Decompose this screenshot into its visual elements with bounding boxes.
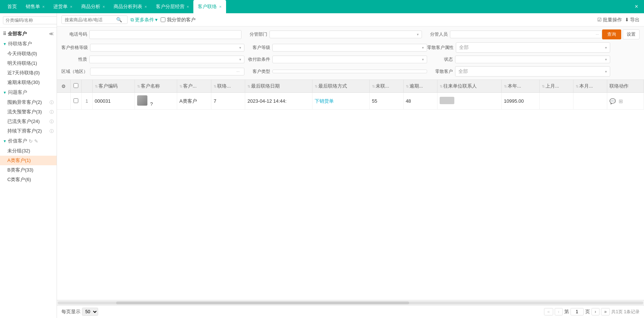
col-this-year-label: 本年...	[508, 83, 521, 89]
col-code-label: 客户编码	[99, 83, 118, 89]
payment-label: 收付款条件	[244, 56, 270, 63]
sidebar-section-problem[interactable]: ▼ 问题客户	[0, 87, 57, 98]
sidebar-item-ungrouped[interactable]: 未分组(32)	[0, 146, 57, 156]
col-name[interactable]: ⇅客户名称	[135, 80, 177, 93]
col-num	[81, 80, 92, 93]
setting-btn[interactable]: 设置	[623, 29, 640, 39]
nav-tab-customer-tier[interactable]: 客户分层经营 ×	[151, 0, 193, 13]
sidebar-item-hoarding[interactable]: 囤购异常客户(2) ⓘ	[0, 98, 57, 107]
col-contact[interactable]: ⇅联络...	[211, 80, 245, 93]
sidebar-item-declining[interactable]: 持续下滑客户(2) ⓘ	[0, 126, 57, 136]
nature-chevron-icon: ▾	[239, 57, 241, 61]
nav-tab-sales[interactable]: 销售单 ×	[21, 0, 49, 13]
phone-input[interactable]	[89, 30, 242, 39]
sidebar-item-today[interactable]: 今天待联络(0)	[0, 49, 57, 59]
nav-tab-home[interactable]: 首页	[3, 0, 21, 13]
payment-select[interactable]: ▾	[272, 56, 427, 63]
horizontal-scrollbar[interactable]	[57, 300, 644, 305]
filter-search-input[interactable]	[65, 17, 116, 22]
col-this-year[interactable]: ⇅本年...	[501, 80, 539, 93]
nav-tab-customer-contact[interactable]: 客户联络 ×	[193, 0, 226, 13]
region-select[interactable]: ···	[90, 68, 244, 75]
sidebar-search-input[interactable]	[3, 16, 57, 24]
close-all-tabs-icon[interactable]: ×	[632, 3, 641, 10]
sidebar-item-class-c[interactable]: C类客户(6)	[0, 175, 57, 184]
sidebar-header-label: 全部客户	[8, 31, 27, 37]
row-last-month-cell	[540, 93, 573, 110]
dept-select[interactable]: ▾	[269, 31, 422, 38]
dept-chevron-icon: ▾	[417, 32, 419, 36]
next-page-btn[interactable]: ›	[591, 308, 600, 315]
sidebar-item-7days-label: 近7天待联络(0)	[7, 70, 40, 76]
page-number-input[interactable]	[570, 308, 584, 315]
sidebar-item-churn-warning[interactable]: 流失预警客户(3) ⓘ	[0, 107, 57, 117]
col-last-contact-method[interactable]: ⇅最后联络方式	[312, 80, 369, 93]
close-purchase-tab-icon[interactable]: ×	[70, 4, 72, 9]
close-sales-tab-icon[interactable]: ×	[42, 4, 44, 9]
qr-action-icon[interactable]: ⊞	[619, 98, 623, 104]
sidebar-section-pending[interactable]: ▼ 待联络客户	[0, 39, 57, 49]
filter-action-btns: 查询 设置	[602, 29, 640, 39]
col-last-contact-date-label: 最后联络日期	[251, 83, 280, 89]
filter-search-icon[interactable]: 🔍	[116, 17, 122, 22]
more-filters-btn[interactable]: ⧉ 更多条件 ▾	[130, 17, 158, 23]
my-customers-filter[interactable]: 我分管的客户	[161, 17, 196, 23]
nav-tab-product-analysis[interactable]: 商品分析 ×	[77, 0, 109, 13]
retail-attr-select[interactable]: 全部 ▾	[456, 42, 610, 53]
refresh-icon[interactable]: ↻	[29, 138, 33, 144]
scroll-thumb[interactable]	[116, 301, 409, 304]
col-last-month[interactable]: ⇅上月...	[540, 80, 573, 93]
per-page-select[interactable]: 50	[82, 308, 98, 316]
row-contact: 7	[214, 98, 216, 104]
person-select[interactable]: ···	[450, 31, 602, 38]
filter-cell-region: 区域（地区） ···	[61, 68, 244, 75]
col-last-contact-date[interactable]: ⇅最后联络日期	[245, 80, 312, 93]
sidebar-item-7days[interactable]: 近7天待联络(0)	[0, 68, 57, 78]
col-overdue[interactable]: ⇅逾期...	[403, 80, 437, 93]
customer-level-select[interactable]: ▾	[272, 44, 427, 52]
last-page-btn[interactable]: »	[601, 308, 610, 315]
close-customer-tier-tab-icon[interactable]: ×	[187, 4, 189, 9]
nav-tab-product-analysis-list[interactable]: 商品分析列表 ×	[109, 0, 151, 13]
sidebar-item-class-b[interactable]: B类客户(33)	[0, 165, 57, 175]
col-settings[interactable]: ⚙	[57, 80, 70, 93]
select-all-checkbox[interactable]	[74, 83, 78, 88]
filter-cell-phone: 电话号码	[61, 30, 242, 39]
row-checkbox[interactable]	[74, 98, 78, 103]
batch-operation-btn[interactable]: ☑ 批量操作	[597, 17, 622, 23]
export-btn[interactable]: ⬇ 导出	[625, 17, 640, 23]
close-product-analysis-list-tab-icon[interactable]: ×	[144, 4, 147, 9]
nav-tab-purchase[interactable]: 进货单 ×	[49, 0, 76, 13]
customer-type-select[interactable]	[272, 70, 427, 73]
row-last-contact-method[interactable]: 下销货单	[315, 98, 334, 104]
chat-action-icon[interactable]: 💬	[609, 98, 616, 104]
sidebar-item-churned[interactable]: 已流失客户(24) ⓘ	[0, 117, 57, 126]
col-last-month-label: 上月...	[545, 83, 559, 89]
col-checkbox	[70, 80, 81, 93]
price-level-select[interactable]: ▾	[90, 44, 244, 52]
close-product-analysis-tab-icon[interactable]: ×	[103, 4, 105, 9]
my-customers-checkbox[interactable]	[161, 17, 165, 22]
sidebar-section-value[interactable]: ▼ 价值客户 ↻ ✎	[0, 136, 57, 146]
col-type[interactable]: ⇅客户...	[177, 80, 211, 93]
sidebar-item-tomorrow[interactable]: 明天待联络(1)	[0, 59, 57, 68]
row-type: A类客户	[179, 98, 197, 104]
nature-select[interactable]: ▾	[89, 56, 244, 63]
col-code[interactable]: ⇅客户编码	[92, 80, 135, 93]
retail-customer-select[interactable]: 全部 ▾	[455, 66, 610, 77]
first-page-btn[interactable]: «	[544, 308, 553, 315]
prev-page-btn[interactable]: ‹	[555, 308, 563, 315]
arrow-down-icon: ▼	[3, 42, 7, 46]
edit-icon[interactable]: ✎	[34, 138, 38, 144]
col-this-month[interactable]: ⇅本月...	[573, 80, 607, 93]
close-customer-contact-tab-icon[interactable]: ×	[219, 4, 221, 9]
col-unit-contact[interactable]: ⇅往来单位联系人	[437, 80, 501, 93]
sidebar-item-class-a[interactable]: A类客户(1)	[0, 156, 57, 165]
unit-contact-avatar	[440, 97, 454, 104]
sidebar-item-overdue[interactable]: 逾期未联络(30)	[0, 78, 57, 87]
query-btn[interactable]: 查询	[602, 29, 621, 39]
filter-cell-customer-level: 客户等级 ▾	[244, 44, 427, 52]
col-no-contact[interactable]: ⇅未联...	[369, 80, 403, 93]
sidebar-collapse-icon[interactable]: ≪	[49, 31, 54, 36]
status-select[interactable]: ▾	[455, 56, 610, 63]
